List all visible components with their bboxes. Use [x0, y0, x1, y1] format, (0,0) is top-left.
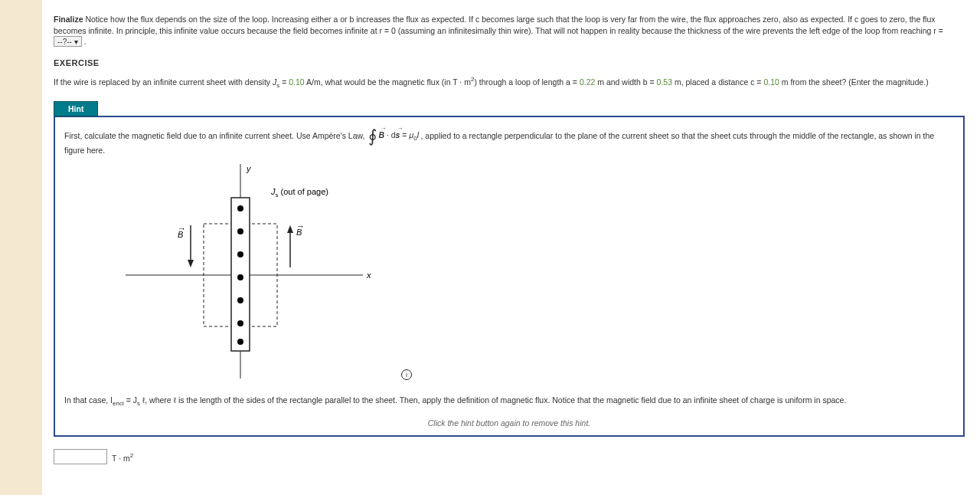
hint-line-1: First, calculate the magnetic field due … [64, 128, 954, 157]
svg-point-5 [237, 228, 243, 234]
left-sidebar-stripe [0, 0, 42, 464]
js-label: Js (out of page) [270, 187, 328, 198]
hint-toggle-button[interactable]: Hint [54, 101, 98, 116]
svg-point-8 [237, 297, 243, 303]
svg-text:B: B [178, 230, 183, 239]
x-axis-label: x [366, 270, 371, 280]
hint-line-2: In that case, Iencl = Js ℓ, where ℓ is t… [64, 394, 954, 409]
amperes-law-diagram: y x Js (out of page) [126, 164, 416, 379]
svg-marker-15 [287, 225, 293, 233]
svg-marker-12 [188, 260, 194, 267]
hint-figure: y x Js (out of page) [126, 164, 954, 386]
integral-sign-icon: ∮ [368, 128, 377, 145]
finalize-end: . [84, 37, 87, 46]
svg-point-7 [237, 274, 243, 280]
exercise-heading: EXERCISE [54, 58, 965, 67]
answer-input[interactable] [54, 449, 107, 464]
answer-unit: T · m2 [112, 452, 133, 463]
hint-panel: First, calculate the magnetic field due … [54, 116, 965, 438]
svg-point-9 [237, 320, 243, 326]
main-content: Finalize Notice how the flux depends on … [54, 0, 965, 464]
close-hint-instruction: Click the hint button again to remove th… [64, 418, 954, 428]
svg-point-4 [237, 205, 243, 211]
reach-dropdown[interactable]: --?-- ▾ [54, 36, 82, 47]
svg-point-6 [237, 251, 243, 257]
svg-text:B: B [296, 228, 302, 237]
finalize-paragraph: Finalize Notice how the flux depends on … [54, 14, 965, 48]
finalize-body: Notice how the flux depends on the size … [54, 15, 943, 35]
y-axis-label: y [246, 164, 252, 173]
integral-formula: ∮ B · ds = μ0I [368, 128, 419, 145]
svg-point-10 [237, 339, 243, 345]
finalize-label: Finalize [54, 15, 83, 24]
answer-row: T · m2 [54, 449, 965, 464]
exercise-question: If the wire is replaced by an infinite c… [54, 75, 965, 90]
